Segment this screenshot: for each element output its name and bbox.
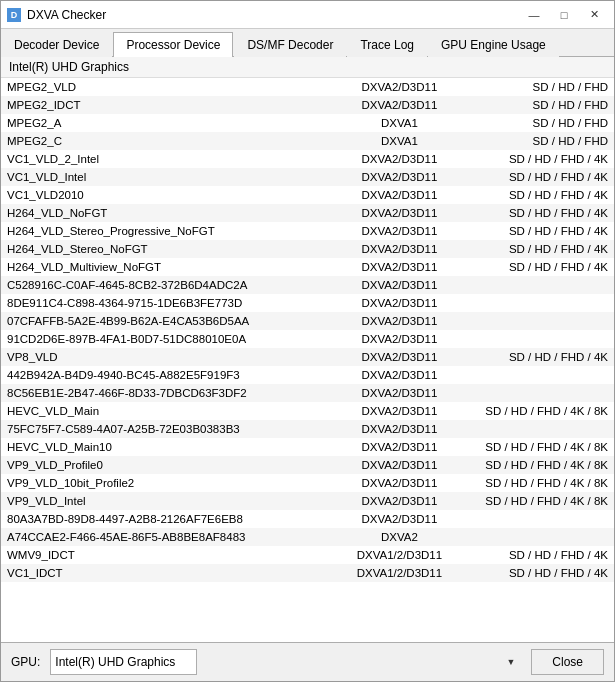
table-row: VC1_VLD2010DXVA2/D3D11SD / HD / FHD / 4K xyxy=(1,186,614,204)
cell-api: DXVA2/D3D11 xyxy=(338,240,461,258)
table-row: H264_VLD_Stereo_NoFGTDXVA2/D3D11SD / HD … xyxy=(1,240,614,258)
cell-name: 91CD2D6E-897B-4FA1-B0D7-51DC88010E0A xyxy=(1,330,338,348)
tab-ds-mf-decoder[interactable]: DS/MF Decoder xyxy=(234,32,346,57)
cell-name: C528916C-C0AF-4645-8CB2-372B6D4ADC2A xyxy=(1,276,338,294)
cell-name: WMV9_IDCT xyxy=(1,546,338,564)
cell-resolution xyxy=(461,510,614,528)
cell-resolution: SD / HD / FHD / 4K xyxy=(461,204,614,222)
cell-name: 75FC75F7-C589-4A07-A25B-72E03B0383B3 xyxy=(1,420,338,438)
tab-decoder-device[interactable]: Decoder Device xyxy=(1,32,112,57)
cell-api: DXVA2/D3D11 xyxy=(338,474,461,492)
cell-resolution xyxy=(461,312,614,330)
data-table: MPEG2_VLDDXVA2/D3D11SD / HD / FHDMPEG2_I… xyxy=(1,78,614,582)
cell-api: DXVA2/D3D11 xyxy=(338,348,461,366)
title-buttons: — □ ✕ xyxy=(520,5,608,25)
cell-name: MPEG2_VLD xyxy=(1,78,338,96)
close-window-button[interactable]: ✕ xyxy=(580,5,608,25)
table-row: MPEG2_CDXVA1SD / HD / FHD xyxy=(1,132,614,150)
cell-api: DXVA1/2/D3D11 xyxy=(338,564,461,582)
title-bar: D DXVA Checker — □ ✕ xyxy=(1,1,614,29)
cell-api: DXVA2 xyxy=(338,528,461,546)
tab-bar: Decoder Device Processor Device DS/MF De… xyxy=(1,29,614,57)
table-row: 8C56EB1E-2B47-466F-8D33-7DBCD63F3DF2DXVA… xyxy=(1,384,614,402)
cell-name: HEVC_VLD_Main xyxy=(1,402,338,420)
cell-name: MPEG2_A xyxy=(1,114,338,132)
cell-api: DXVA2/D3D11 xyxy=(338,456,461,474)
table-row: C528916C-C0AF-4645-8CB2-372B6D4ADC2ADXVA… xyxy=(1,276,614,294)
cell-resolution: SD / HD / FHD / 4K xyxy=(461,258,614,276)
cell-name: 8C56EB1E-2B47-466F-8D33-7DBCD63F3DF2 xyxy=(1,384,338,402)
table-container[interactable]: MPEG2_VLDDXVA2/D3D11SD / HD / FHDMPEG2_I… xyxy=(1,78,614,582)
cell-api: DXVA2/D3D11 xyxy=(338,186,461,204)
table-row: VP9_VLD_IntelDXVA2/D3D11SD / HD / FHD / … xyxy=(1,492,614,510)
table-row: MPEG2_ADXVA1SD / HD / FHD xyxy=(1,114,614,132)
gpu-select[interactable]: Intel(R) UHD Graphics xyxy=(50,649,197,675)
maximize-button[interactable]: □ xyxy=(550,5,578,25)
cell-resolution xyxy=(461,276,614,294)
group-header: Intel(R) UHD Graphics xyxy=(1,57,614,78)
cell-name: VP9_VLD_10bit_Profile2 xyxy=(1,474,338,492)
cell-api: DXVA1 xyxy=(338,114,461,132)
table-row: 75FC75F7-C589-4A07-A25B-72E03B0383B3DXVA… xyxy=(1,420,614,438)
table-row: MPEG2_VLDDXVA2/D3D11SD / HD / FHD xyxy=(1,78,614,96)
main-window: D DXVA Checker — □ ✕ Decoder Device Proc… xyxy=(0,0,615,682)
cell-resolution: SD / HD / FHD / 4K / 8K xyxy=(461,492,614,510)
cell-resolution: SD / HD / FHD xyxy=(461,96,614,114)
content-area: Intel(R) UHD Graphics MPEG2_VLDDXVA2/D3D… xyxy=(1,57,614,642)
cell-name: VC1_VLD_2_Intel xyxy=(1,150,338,168)
cell-name: 442B942A-B4D9-4940-BC45-A882E5F919F3 xyxy=(1,366,338,384)
table-row: VP9_VLD_Profile0DXVA2/D3D11SD / HD / FHD… xyxy=(1,456,614,474)
cell-api: DXVA2/D3D11 xyxy=(338,294,461,312)
cell-api: DXVA1 xyxy=(338,132,461,150)
cell-name: H264_VLD_NoFGT xyxy=(1,204,338,222)
cell-name: MPEG2_IDCT xyxy=(1,96,338,114)
tab-processor-device[interactable]: Processor Device xyxy=(113,32,233,57)
cell-name: VP9_VLD_Intel xyxy=(1,492,338,510)
cell-name: HEVC_VLD_Main10 xyxy=(1,438,338,456)
cell-api: DXVA2/D3D11 xyxy=(338,402,461,420)
cell-api: DXVA2/D3D11 xyxy=(338,222,461,240)
gpu-select-wrapper: Intel(R) UHD Graphics xyxy=(50,649,521,675)
table-row: HEVC_VLD_Main10DXVA2/D3D11SD / HD / FHD … xyxy=(1,438,614,456)
cell-name: 80A3A7BD-89D8-4497-A2B8-2126AF7E6EB8 xyxy=(1,510,338,528)
cell-resolution: SD / HD / FHD / 4K xyxy=(461,168,614,186)
table-row: HEVC_VLD_MainDXVA2/D3D11SD / HD / FHD / … xyxy=(1,402,614,420)
table-row: H264_VLD_Multiview_NoFGTDXVA2/D3D11SD / … xyxy=(1,258,614,276)
cell-api: DXVA2/D3D11 xyxy=(338,312,461,330)
close-button[interactable]: Close xyxy=(531,649,604,675)
tab-trace-log[interactable]: Trace Log xyxy=(347,32,427,57)
cell-resolution xyxy=(461,366,614,384)
table-row: VC1_VLD_2_IntelDXVA2/D3D11SD / HD / FHD … xyxy=(1,150,614,168)
cell-resolution xyxy=(461,294,614,312)
cell-resolution: SD / HD / FHD / 4K xyxy=(461,186,614,204)
table-row: VC1_VLD_IntelDXVA2/D3D11SD / HD / FHD / … xyxy=(1,168,614,186)
table-row: 07CFAFFB-5A2E-4B99-B62A-E4CA53B6D5AADXVA… xyxy=(1,312,614,330)
cell-name: H264_VLD_Multiview_NoFGT xyxy=(1,258,338,276)
window-title: DXVA Checker xyxy=(27,8,106,22)
table-row: MPEG2_IDCTDXVA2/D3D11SD / HD / FHD xyxy=(1,96,614,114)
minimize-button[interactable]: — xyxy=(520,5,548,25)
cell-api: DXVA2/D3D11 xyxy=(338,510,461,528)
cell-resolution: SD / HD / FHD xyxy=(461,132,614,150)
table-row: A74CCAE2-F466-45AE-86F5-AB8BE8AF8483DXVA… xyxy=(1,528,614,546)
table-row: 91CD2D6E-897B-4FA1-B0D7-51DC88010E0ADXVA… xyxy=(1,330,614,348)
cell-resolution xyxy=(461,420,614,438)
table-row: 80A3A7BD-89D8-4497-A2B8-2126AF7E6EB8DXVA… xyxy=(1,510,614,528)
title-bar-left: D DXVA Checker xyxy=(7,8,106,22)
cell-resolution: SD / HD / FHD / 4K / 8K xyxy=(461,402,614,420)
cell-resolution: SD / HD / FHD / 4K xyxy=(461,546,614,564)
cell-api: DXVA2/D3D11 xyxy=(338,258,461,276)
cell-api: DXVA2/D3D11 xyxy=(338,276,461,294)
cell-resolution xyxy=(461,384,614,402)
tab-gpu-engine-usage[interactable]: GPU Engine Usage xyxy=(428,32,559,57)
cell-resolution: SD / HD / FHD / 4K xyxy=(461,150,614,168)
cell-name: 8DE911C4-C898-4364-9715-1DE6B3FE773D xyxy=(1,294,338,312)
cell-resolution: SD / HD / FHD / 4K xyxy=(461,348,614,366)
table-row: 442B942A-B4D9-4940-BC45-A882E5F919F3DXVA… xyxy=(1,366,614,384)
cell-api: DXVA2/D3D11 xyxy=(338,78,461,96)
cell-resolution: SD / HD / FHD / 4K xyxy=(461,564,614,582)
cell-resolution: SD / HD / FHD / 4K xyxy=(461,240,614,258)
cell-api: DXVA2/D3D11 xyxy=(338,150,461,168)
table-row: VC1_IDCTDXVA1/2/D3D11SD / HD / FHD / 4K xyxy=(1,564,614,582)
cell-name: 07CFAFFB-5A2E-4B99-B62A-E4CA53B6D5AA xyxy=(1,312,338,330)
